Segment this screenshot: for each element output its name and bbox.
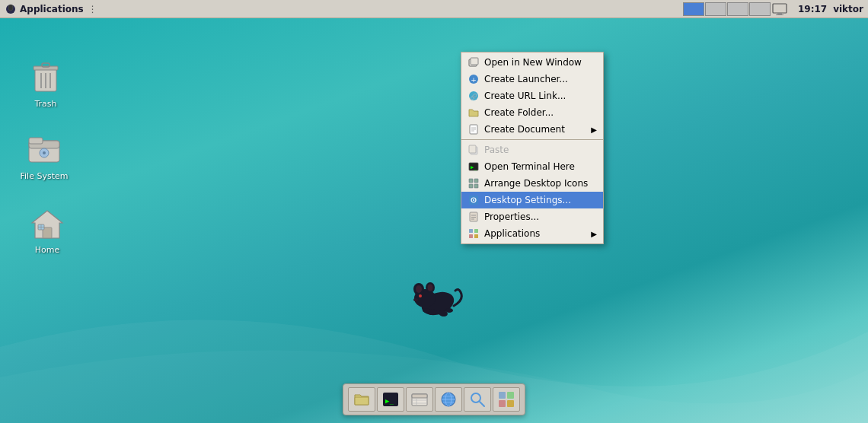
- menu-item-properties[interactable]: Properties...: [461, 208, 603, 225]
- desktop-settings-icon: [468, 194, 480, 206]
- svg-rect-79: [499, 400, 506, 407]
- username: viktor: [833, 4, 863, 14]
- workspace-3[interactable]: [727, 2, 748, 16]
- svg-rect-59: [474, 229, 478, 233]
- svg-rect-49: [469, 184, 473, 188]
- svg-rect-78: [507, 392, 514, 399]
- svg-text:▶_: ▶_: [471, 164, 477, 170]
- menu-open-new-window-label: Open in New Window: [484, 57, 597, 68]
- filesystem-icon-image: [26, 132, 62, 168]
- svg-rect-47: [469, 179, 473, 183]
- taskbar-left: Applications ⋮: [0, 3, 678, 15]
- menu-paste-label: Paste: [484, 145, 597, 155]
- svg-point-25: [416, 285, 422, 293]
- svg-point-32: [445, 308, 453, 313]
- trash-icon-label: Trash: [34, 99, 56, 110]
- context-menu: Open in New Window + Create Launcher... …: [461, 52, 604, 244]
- paste-icon: [468, 144, 480, 156]
- svg-rect-61: [474, 234, 478, 238]
- properties-icon: [468, 211, 480, 223]
- desktop-icon-home[interactable]: Home: [17, 202, 78, 259]
- svg-rect-62: [355, 397, 369, 405]
- menu-separator-1: [461, 139, 603, 140]
- arrange-icon: [468, 177, 480, 189]
- applications-arrow: ▶: [591, 230, 597, 238]
- taskbar-dots: ⋮: [88, 4, 97, 14]
- svg-rect-44: [469, 145, 476, 153]
- mouse-mascot: [404, 277, 464, 323]
- clock: 19:17: [798, 4, 827, 14]
- menu-item-create-document[interactable]: Create Document ▶: [461, 121, 603, 138]
- svg-point-53: [473, 199, 474, 201]
- svg-rect-54: [470, 212, 477, 221]
- dock-browser-icon: [440, 391, 457, 408]
- svg-rect-48: [474, 179, 478, 183]
- workspace-buttons: [683, 2, 771, 16]
- svg-point-75: [471, 393, 480, 402]
- create-document-icon: [468, 123, 480, 135]
- create-document-arrow: ▶: [591, 126, 597, 134]
- home-icon-image: [29, 205, 65, 242]
- desktop-icon-trash[interactable]: Trash: [15, 56, 76, 113]
- create-launcher-icon: +: [468, 73, 480, 85]
- dock-btn-files[interactable]: [348, 387, 375, 412]
- menu-item-applications[interactable]: Applications ▶: [461, 225, 603, 242]
- taskbar-right: 19:17 viktor: [678, 2, 868, 16]
- svg-point-28: [413, 298, 418, 301]
- taskbar: Applications ⋮ 19:17 viktor: [0, 0, 868, 18]
- menu-item-create-folder[interactable]: Create Folder...: [461, 104, 603, 121]
- svg-rect-4: [776, 14, 783, 15]
- dock-search-icon: [469, 391, 486, 408]
- trash-icon-image: [27, 59, 64, 96]
- menu-item-paste: Paste: [461, 142, 603, 158]
- create-folder-icon: [468, 107, 480, 119]
- apps-menu-icon[interactable]: [5, 3, 17, 15]
- menu-item-open-new-window[interactable]: Open in New Window: [461, 54, 603, 71]
- menu-properties-label: Properties...: [484, 212, 597, 222]
- svg-rect-58: [469, 229, 473, 233]
- svg-rect-2: [773, 4, 787, 13]
- svg-point-27: [419, 294, 422, 297]
- menu-item-terminal[interactable]: ▶_ Open Terminal Here: [461, 158, 603, 175]
- menu-create-url-label: Create URL Link...: [484, 91, 597, 101]
- workspace-1[interactable]: [683, 2, 704, 16]
- svg-text:▶_: ▶_: [385, 397, 394, 405]
- create-url-icon: 🔗: [468, 90, 480, 102]
- filesystem-icon-label: File System: [21, 171, 69, 182]
- dock-btn-terminal[interactable]: ▶_: [377, 387, 404, 412]
- menu-desktop-settings-label: Desktop Settings...: [484, 195, 597, 205]
- home-icon-label: Home: [35, 245, 59, 256]
- terminal-icon: ▶_: [468, 161, 480, 173]
- svg-point-31: [423, 308, 430, 313]
- dock-btn-browser[interactable]: [435, 387, 462, 412]
- open-new-window-icon: [468, 56, 480, 68]
- desktop: Trash File System: [0, 18, 868, 423]
- svg-rect-80: [507, 400, 514, 407]
- bottom-dock: ▶_: [343, 383, 525, 415]
- workspace-2[interactable]: [705, 2, 726, 16]
- dock-filemanager-icon: [411, 391, 428, 408]
- workspace-4[interactable]: [749, 2, 771, 16]
- svg-rect-60: [469, 234, 473, 238]
- menu-item-arrange[interactable]: Arrange Desktop Icons: [461, 175, 603, 192]
- dock-btn-search[interactable]: [464, 387, 491, 412]
- menu-create-launcher-label: Create Launcher...: [484, 74, 597, 84]
- menu-item-desktop-settings[interactable]: Desktop Settings...: [461, 192, 603, 208]
- apps-menu-label[interactable]: Applications: [20, 4, 84, 14]
- svg-line-76: [480, 402, 484, 406]
- dock-btn-filemanager[interactable]: [406, 387, 433, 412]
- svg-text:+: +: [471, 76, 477, 84]
- menu-create-document-label: Create Document: [484, 124, 586, 135]
- menu-item-create-url[interactable]: 🔗 Create URL Link...: [461, 87, 603, 104]
- svg-rect-13: [29, 138, 43, 144]
- svg-rect-50: [474, 184, 478, 188]
- applications-icon: [468, 227, 480, 240]
- desktop-icon-filesystem[interactable]: File System: [14, 129, 75, 185]
- dock-btn-appfinder[interactable]: [493, 387, 520, 412]
- menu-item-create-launcher[interactable]: + Create Launcher...: [461, 71, 603, 87]
- svg-point-26: [428, 285, 433, 291]
- menu-terminal-label: Open Terminal Here: [484, 161, 597, 172]
- svg-rect-3: [777, 13, 782, 14]
- dock-appfinder-icon: [498, 391, 515, 408]
- menu-arrange-label: Arrange Desktop Icons: [484, 178, 597, 189]
